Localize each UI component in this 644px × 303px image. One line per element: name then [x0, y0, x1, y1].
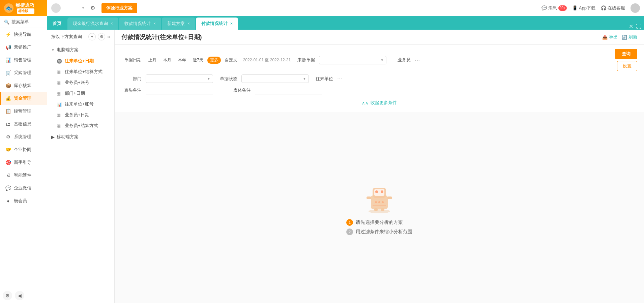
unit-dots[interactable]: ···: [337, 75, 342, 82]
service-icon: 🎧: [601, 5, 606, 10]
filter-row-2: 部门 单据状态 往来单位 ···: [121, 74, 637, 83]
tab-close-window-btn[interactable]: ✕: [629, 23, 633, 30]
collapse-more-btn[interactable]: ∧∧ 收起更多条件: [121, 98, 637, 108]
sidebar-item-wechat[interactable]: 💬 企业微信: [0, 182, 47, 194]
scheme-settings-btn[interactable]: ⚙: [98, 33, 105, 40]
scheme-item-dept-date[interactable]: ▦ 部门+日期: [47, 88, 114, 99]
bill-status-label: 单据状态: [217, 76, 237, 82]
sidebar-item-label: 企业微信: [14, 185, 31, 191]
scheme-item-staff-settle[interactable]: ▦ 业务员+结算方式: [47, 120, 114, 131]
tab-receipt-stats[interactable]: 收款情况统计 ×: [119, 18, 161, 30]
more-btn[interactable]: 更多: [207, 57, 221, 64]
tab-new-scheme-close[interactable]: ×: [187, 21, 190, 26]
body-note-input[interactable]: [255, 86, 322, 94]
msg-btn[interactable]: 💬 消息 99+: [541, 5, 567, 11]
custom-btn[interactable]: 自定义: [222, 57, 240, 64]
svg-point-0: [369, 209, 390, 213]
sidebar-item-guide[interactable]: 🎯 新手引导: [0, 156, 47, 169]
header-note-label: 表头备注: [121, 87, 142, 93]
sidebar-item-operation[interactable]: 📋 经营管理: [0, 105, 47, 118]
source-select-wrap[interactable]: [319, 56, 386, 64]
scheme-item-unit-account[interactable]: 📊 往来单位+账号: [47, 99, 114, 110]
sales-icon: 📊: [5, 57, 11, 63]
svg-rect-8: [367, 196, 371, 199]
sidebar-item-basic[interactable]: 🗂 基础信息: [0, 118, 47, 130]
guide-icon: 🎯: [5, 159, 11, 165]
tab-new-scheme[interactable]: 新建方案 ×: [162, 18, 195, 30]
search-menu[interactable]: 🔍 搜索菜单: [0, 16, 47, 28]
topbar-left: ▾ ⚙ 体验行业方案: [51, 3, 137, 13]
online-service-btn[interactable]: 🎧 在线客服: [601, 5, 625, 11]
tab-expand-btn[interactable]: ⛶: [636, 24, 641, 30]
topbar-gear-btn[interactable]: ⚙: [88, 3, 97, 13]
online-service-label: 在线客服: [608, 5, 625, 11]
sidebar-item-capital[interactable]: 💰 资金管理: [0, 92, 47, 105]
sidebar-item-label: 企业协同: [14, 147, 31, 153]
scheme-item-unit-settle[interactable]: ▦ 往来单位+结算方式: [47, 66, 114, 77]
sidebar-item-sales[interactable]: 📊 销售管理: [0, 54, 47, 66]
scheme-item-label: 往来单位+日期: [65, 58, 94, 64]
trial-btn[interactable]: 体验行业方案: [101, 3, 137, 13]
query-btn[interactable]: 查询: [615, 49, 637, 59]
scheme-item-icon: ▦: [57, 123, 62, 128]
app-icon: 📱: [572, 5, 578, 10]
export-btn[interactable]: 📤 导出: [602, 34, 618, 40]
desktop-group-label: 电脑端方案: [57, 47, 79, 53]
sidebar-item-member[interactable]: ♦ 畅会员: [0, 194, 47, 207]
sidebar-item-enterprise[interactable]: 🤝 企业协同: [0, 143, 47, 156]
tab-payment-stats[interactable]: 付款情况统计 ×: [196, 18, 238, 30]
svg-point-5: [381, 190, 383, 193]
tab-payment-close[interactable]: ×: [230, 21, 233, 26]
sidebar-item-marketing[interactable]: 📢 营销推广: [0, 41, 47, 54]
header-note-input[interactable]: [146, 86, 213, 94]
last-7days-btn[interactable]: 近7天: [190, 57, 206, 64]
column-settings-btn[interactable]: 设置: [617, 61, 637, 71]
bill-status-select[interactable]: [241, 74, 309, 83]
bill-status-select-wrap[interactable]: [241, 74, 309, 83]
scheme-item-icon: ▦: [57, 80, 62, 85]
source-label: 来源单据: [295, 57, 315, 63]
sidebar-item-label: 智能硬件: [14, 172, 31, 178]
tab-home[interactable]: 首页: [47, 18, 67, 30]
this-year-btn[interactable]: 本年: [175, 57, 189, 64]
sidebar-item-label: 系统管理: [14, 134, 31, 140]
app-name: 畅捷通巧: [16, 2, 34, 8]
purchase-icon: 🛒: [5, 70, 11, 76]
scheme-item-staff-account[interactable]: ▦ 业务员+账号: [47, 77, 114, 88]
tab-receipt-close[interactable]: ×: [153, 21, 156, 26]
app-download-btn[interactable]: 📱 App下载: [572, 5, 595, 11]
sidebar-item-hardware[interactable]: 🖨 智能硬件: [0, 169, 47, 182]
sidebar-item-quicknav[interactable]: ⚡ 快捷导航: [0, 28, 47, 41]
this-month-btn[interactable]: 本月: [160, 57, 174, 64]
sidebar-settings-btn[interactable]: ⚙: [3, 291, 12, 300]
mobile-scheme-group[interactable]: ▶ 移动端方案: [47, 131, 114, 143]
profile-dropdown-icon: ▾: [82, 6, 84, 10]
dept-select-wrap[interactable]: [146, 74, 213, 83]
operation-icon: 📋: [5, 108, 11, 114]
last-month-btn[interactable]: 上月: [146, 57, 159, 64]
step-2-label: 用过滤条件来缩小分析范围: [356, 229, 412, 235]
sidebar-item-inventory[interactable]: 📦 库存核算: [0, 79, 47, 92]
topbar-profile[interactable]: ▾: [51, 3, 84, 13]
search-icon: 🔍: [4, 20, 9, 25]
desktop-group-header[interactable]: ▼ 电脑端方案: [47, 44, 114, 56]
source-select[interactable]: [319, 56, 386, 64]
refresh-btn[interactable]: 🔄 刷新: [622, 34, 637, 40]
main-area: ▾ ⚙ 体验行业方案 💬 消息 99+ 📱 App下载 🎧 在线客服: [47, 0, 644, 303]
dept-select[interactable]: [146, 74, 213, 83]
sidebar-collapse-btn[interactable]: ◀: [15, 291, 24, 300]
scheme-item-staff-date[interactable]: ▦ 业务员+日期: [47, 110, 114, 120]
scheme-collapse-btn[interactable]: «: [107, 34, 110, 40]
query-btn-group: 查询 设置: [615, 49, 637, 71]
sidebar-item-purchase[interactable]: 🛒 采购管理: [0, 66, 47, 79]
scheme-add-btn[interactable]: +: [88, 33, 96, 40]
staff-dots[interactable]: ···: [415, 57, 420, 64]
quicknav-icon: ⚡: [5, 31, 11, 37]
scheme-item-unit-date[interactable]: 🔘 往来单位+日期: [47, 56, 114, 66]
refresh-label: 刷新: [628, 34, 637, 40]
user-avatar-btn[interactable]: [631, 3, 640, 13]
tab-bank-close[interactable]: ×: [111, 21, 113, 26]
tab-bank[interactable]: 现金银行流水查询 ×: [67, 18, 118, 30]
scheme-item-icon: ▦: [57, 91, 62, 96]
sidebar-item-system[interactable]: ⚙ 系统管理: [0, 130, 47, 143]
